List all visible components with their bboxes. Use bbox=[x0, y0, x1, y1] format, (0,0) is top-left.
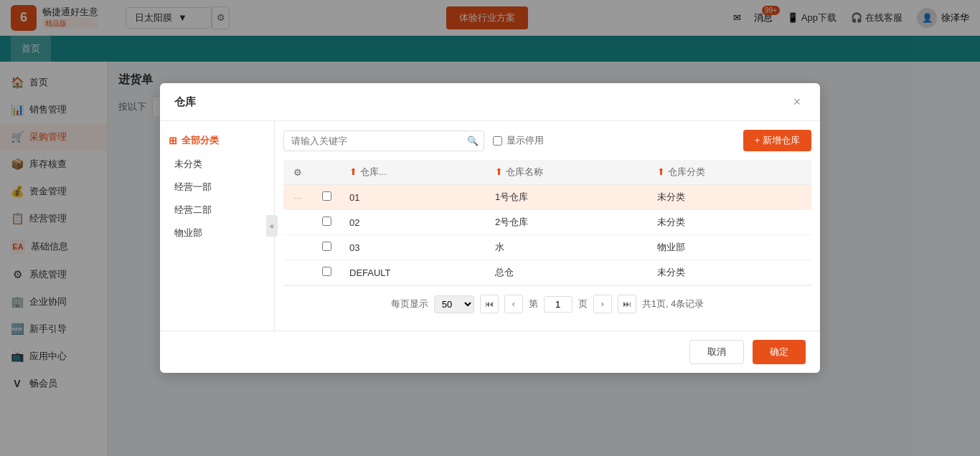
category-item-ops1[interactable]: 经营一部 bbox=[160, 176, 274, 199]
row-checkbox[interactable] bbox=[322, 191, 331, 201]
table-row[interactable]: DEFAULT 总仓 未分类 bbox=[283, 260, 811, 285]
row-category: 物业部 bbox=[649, 235, 811, 260]
row-check bbox=[312, 210, 341, 235]
warehouse-modal: 仓库 × ⊞ 全部分类 未分类 经营一部 经营二部 物业部 « bbox=[160, 83, 820, 373]
row-category: 未分类 bbox=[649, 210, 811, 235]
modal-header: 仓库 × bbox=[160, 83, 820, 121]
row-num: 02 bbox=[341, 210, 486, 235]
row-name: 1号仓库 bbox=[486, 185, 649, 210]
row-name: 总仓 bbox=[486, 260, 649, 285]
confirm-btn[interactable]: 确定 bbox=[753, 340, 806, 364]
row-gear bbox=[283, 210, 312, 235]
row-check bbox=[312, 185, 341, 210]
show-disabled-checkbox[interactable] bbox=[493, 136, 502, 146]
row-gear bbox=[283, 235, 312, 260]
row-category: 未分类 bbox=[649, 185, 811, 210]
col-gear: ⚙ bbox=[283, 160, 312, 185]
per-page-label: 每页显示 bbox=[391, 298, 428, 310]
grid-icon: ⊞ bbox=[169, 135, 177, 146]
modal-main-content: 🔍 显示停用 + 新增仓库 ⚙ bbox=[275, 121, 820, 331]
modal-footer: 取消 确定 bbox=[160, 331, 820, 373]
col-name: ⬆仓库名称 bbox=[486, 160, 649, 185]
row-check bbox=[312, 260, 341, 285]
page-input[interactable] bbox=[544, 296, 573, 313]
modal-overlay: 仓库 × ⊞ 全部分类 未分类 经营一部 经营二部 物业部 « bbox=[0, 0, 980, 456]
add-warehouse-btn[interactable]: + 新增仓库 bbox=[743, 130, 811, 151]
row-gear: ··· bbox=[283, 185, 312, 210]
show-disabled-area: 显示停用 bbox=[493, 134, 544, 147]
row-num: 03 bbox=[341, 235, 486, 260]
table-header: ⚙ ⬆仓库... ⬆仓库名称 ⬆仓库分类 bbox=[283, 160, 811, 185]
modal-table: ⚙ ⬆仓库... ⬆仓库名称 ⬆仓库分类 bbox=[283, 160, 811, 285]
warehouse-table: ⚙ ⬆仓库... ⬆仓库名称 ⬆仓库分类 bbox=[283, 160, 811, 285]
table-row[interactable]: 02 2号仓库 未分类 bbox=[283, 210, 811, 235]
last-page-btn[interactable]: ⏭ bbox=[618, 295, 636, 313]
show-disabled-label: 显示停用 bbox=[507, 134, 544, 147]
row-checkbox[interactable] bbox=[322, 217, 331, 226]
table-body: ··· 01 1号仓库 未分类 02 2号仓库 bbox=[283, 185, 811, 285]
page-total-info: 共1页, 4条记录 bbox=[642, 298, 705, 310]
search-input-wrap: 🔍 bbox=[283, 130, 484, 151]
sidebar-collapse-btn[interactable]: « bbox=[266, 215, 278, 237]
sort-icon-name: ⬆ bbox=[495, 166, 503, 177]
table-row[interactable]: ··· 01 1号仓库 未分类 bbox=[283, 185, 811, 210]
search-icon[interactable]: 🔍 bbox=[467, 136, 479, 146]
modal-sidebar: ⊞ 全部分类 未分类 经营一部 经营二部 物业部 « bbox=[160, 121, 275, 331]
sort-icon-cat: ⬆ bbox=[657, 166, 665, 177]
category-item-property[interactable]: 物业部 bbox=[160, 222, 274, 244]
row-num: DEFAULT bbox=[341, 260, 486, 285]
col-category: ⬆仓库分类 bbox=[649, 160, 811, 185]
row-category: 未分类 bbox=[649, 260, 811, 285]
category-item-ops2[interactable]: 经营二部 bbox=[160, 199, 274, 222]
prev-page-btn[interactable]: ‹ bbox=[504, 295, 523, 313]
row-name: 水 bbox=[486, 235, 649, 260]
row-checkbox[interactable] bbox=[322, 242, 331, 251]
table-row[interactable]: 03 水 物业部 bbox=[283, 235, 811, 260]
cancel-btn[interactable]: 取消 bbox=[689, 340, 744, 364]
row-checkbox[interactable] bbox=[322, 267, 331, 276]
modal-search-bar: 🔍 显示停用 + 新增仓库 bbox=[283, 130, 811, 151]
row-name: 2号仓库 bbox=[486, 210, 649, 235]
modal-body: ⊞ 全部分类 未分类 经营一部 经营二部 物业部 « 🔍 bbox=[160, 121, 820, 331]
first-page-btn[interactable]: ⏮ bbox=[480, 295, 499, 313]
search-input[interactable] bbox=[283, 130, 484, 151]
page-label: 第 bbox=[529, 298, 538, 310]
col-check bbox=[312, 160, 341, 185]
row-num: 01 bbox=[341, 185, 486, 210]
col-code: ⬆仓库... bbox=[341, 160, 486, 185]
category-all[interactable]: ⊞ 全部分类 bbox=[160, 128, 274, 153]
pagination: 每页显示 50 20 100 ⏮ ‹ 第 页 › ⏭ 共1页, 4条记录 bbox=[283, 285, 811, 322]
page-size-select[interactable]: 50 20 100 bbox=[434, 295, 474, 313]
next-page-btn[interactable]: › bbox=[593, 295, 612, 313]
row-check bbox=[312, 235, 341, 260]
page-unit: 页 bbox=[578, 298, 588, 310]
sort-icon: ⬆ bbox=[349, 166, 357, 177]
modal-close-btn[interactable]: × bbox=[788, 93, 806, 110]
row-gear bbox=[283, 260, 312, 285]
category-item-unclassified[interactable]: 未分类 bbox=[160, 153, 274, 176]
modal-title: 仓库 bbox=[174, 95, 196, 109]
